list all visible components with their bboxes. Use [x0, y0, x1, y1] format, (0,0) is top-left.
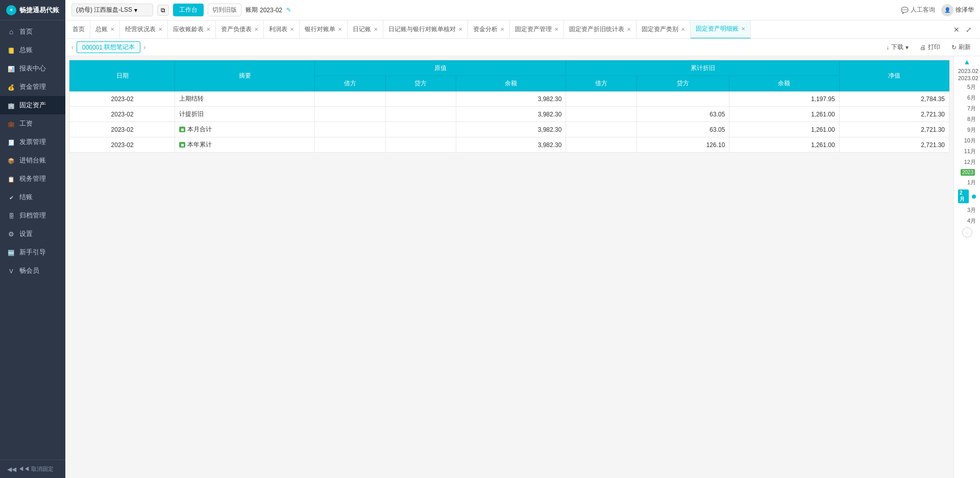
tab-close-9[interactable]: ✕: [500, 27, 504, 32]
year-badge-cyan: 2月: [958, 189, 969, 203]
tab-close-3[interactable]: ✕: [206, 27, 210, 32]
timeline-month-6[interactable]: 11月: [954, 146, 980, 157]
tab-3[interactable]: 应收账龄表✕: [168, 20, 216, 39]
tab-label-10: 固定资产管理: [515, 25, 552, 34]
tab-8[interactable]: 日记账与银行对账单核对✕: [383, 20, 468, 39]
tab-0[interactable]: 首页: [67, 20, 90, 39]
tab-close-all-button[interactable]: ✕: [951, 25, 962, 35]
timeline-month-9[interactable]: 1月: [954, 177, 980, 188]
timeline-month-0[interactable]: 5月: [954, 82, 980, 92]
tab-1[interactable]: 总账✕: [90, 20, 120, 39]
refresh-label: 刷新: [959, 43, 971, 52]
refresh-button[interactable]: ↻ 刷新: [948, 41, 974, 53]
tab-11[interactable]: 固定资产折旧统计表✕: [564, 20, 636, 39]
timeline-month-12[interactable]: 4月: [954, 216, 980, 226]
tab-label-2: 经营状况表: [125, 25, 156, 34]
sidebar-item-home[interactable]: 首页: [0, 22, 65, 41]
sidebar-item-member[interactable]: 畅会员: [0, 261, 65, 280]
sidebar-item-trade[interactable]: 进销台账: [0, 151, 65, 170]
print-button[interactable]: 🖨 打印: [917, 41, 943, 53]
tab-close-7[interactable]: ✕: [374, 27, 378, 32]
tab-label-4: 资产负债表: [221, 25, 252, 34]
tab-close-5[interactable]: ✕: [290, 27, 294, 32]
month-label-4: 9月: [967, 126, 976, 134]
timeline-up-arrow[interactable]: ▲: [964, 58, 971, 65]
cell-orig-balance-0: 3,982.30: [456, 91, 566, 107]
tab-label-0: 首页: [72, 25, 85, 34]
tab-close-11[interactable]: ✕: [627, 27, 631, 32]
timeline-month-10[interactable]: 2月: [954, 188, 980, 205]
download-button[interactable]: ↓ 下载 ▾: [883, 41, 912, 53]
tab-label-12: 固定资产类别: [642, 25, 678, 34]
sidebar-item-settings[interactable]: 设置: [0, 225, 65, 243]
main-content: (劝母) 江西服盘-LSS ▾ ⧉ 工作台 切到旧版 账期 2023-02 ✎ …: [65, 0, 980, 478]
tab-10[interactable]: 固定资产管理✕: [510, 20, 564, 39]
sidebar-item-ledger[interactable]: 总账: [0, 41, 65, 59]
sidebar-footer-toggle[interactable]: ◀◀ ◀◀ 取消固定: [0, 460, 65, 478]
refresh-icon: ↻: [951, 44, 957, 51]
tab-close-4[interactable]: ✕: [254, 27, 258, 32]
service-label: 人工客询: [911, 6, 935, 14]
tab-close-10[interactable]: ✕: [554, 27, 558, 32]
timeline-month-7[interactable]: 12月: [954, 157, 980, 168]
period-label: 账期: [246, 6, 258, 14]
tab-close-6[interactable]: ✕: [338, 27, 342, 32]
tab-close-2[interactable]: ✕: [158, 27, 162, 32]
timeline-month-5[interactable]: 10月: [954, 135, 980, 146]
sidebar-item-label-wage: 工资: [19, 119, 33, 128]
timeline-month-8[interactable]: 2023: [954, 168, 980, 177]
tabbar: 首页总账✕经营状况表✕应收账龄表✕资产负债表✕利润表✕银行对账单✕日记账✕日记账…: [65, 20, 980, 39]
month-label-1: 6月: [967, 94, 976, 102]
sidebar-item-fund[interactable]: 资金管理: [0, 78, 65, 96]
sidebar-footer-icon: ◀◀: [7, 466, 16, 473]
timeline-expand-circle[interactable]: ○: [962, 227, 972, 237]
sidebar-item-tax[interactable]: 税务管理: [0, 170, 65, 188]
sidebar-item-report[interactable]: 报表中心: [0, 59, 65, 78]
fixed-asset-detail-table: 日期 摘要 原值 累计折旧 净值 借方 贷方 余额 借方 贷方 余额: [69, 60, 949, 153]
period-edit-icon[interactable]: ✎: [286, 7, 291, 13]
tab-close-8[interactable]: ✕: [458, 27, 462, 32]
tab-close-12[interactable]: ✕: [681, 27, 685, 32]
tab-7[interactable]: 日记账✕: [348, 20, 383, 39]
tab-9[interactable]: 资金分析✕: [468, 20, 510, 39]
user-menu-button[interactable]: 👤 徐泽华: [941, 4, 974, 16]
timeline-month-1[interactable]: 6月: [954, 92, 980, 103]
workbench-button[interactable]: 工作台: [173, 4, 204, 16]
tab-restore-button[interactable]: ⤢: [964, 25, 974, 35]
tab-5[interactable]: 利润表✕: [264, 20, 300, 39]
cell-net-value-0: 2,784.35: [839, 91, 949, 107]
customer-service-button[interactable]: 💬 人工客询: [901, 6, 935, 14]
cell-dep-debit-1: [566, 107, 637, 122]
sidebar-item-invoice[interactable]: 发票管理: [0, 133, 65, 151]
tab-6[interactable]: 银行对账单✕: [300, 20, 348, 39]
tab-close-1[interactable]: ✕: [110, 27, 114, 32]
timeline-month-4[interactable]: 9月: [954, 125, 980, 135]
sidebar-logo: ✦ 畅捷通易代账: [0, 0, 65, 20]
asset-item-tab[interactable]: 000001 联想笔记本: [77, 41, 140, 53]
sidebar-item-close[interactable]: 结账: [0, 188, 65, 206]
tab-close-13[interactable]: ✕: [741, 26, 745, 32]
month-label-7: 12月: [964, 158, 976, 166]
company-selector[interactable]: (劝母) 江西服盘-LSS ▾: [71, 4, 153, 16]
sidebar-item-guide[interactable]: 新手引导: [0, 243, 65, 261]
sidebar-item-wage[interactable]: 工资: [0, 114, 65, 133]
sidebar-item-archive[interactable]: 归档管理: [0, 206, 65, 225]
archive-icon: [7, 211, 15, 220]
switch-version-button[interactable]: 切到旧版: [208, 4, 241, 16]
tab-4[interactable]: 资产负债表✕: [216, 20, 264, 39]
timeline-month-2[interactable]: 7月: [954, 103, 980, 114]
asset-name: 联想笔记本: [104, 43, 135, 52]
timeline-month-3[interactable]: 8月: [954, 114, 980, 125]
tab-label-8: 日记账与银行对账单核对: [388, 25, 456, 34]
tab-12[interactable]: 固定资产类别✕: [636, 20, 691, 39]
tab-13[interactable]: 固定资产明细账✕: [691, 20, 751, 39]
tab-2[interactable]: 经营状况表✕: [120, 20, 168, 39]
copy-company-button[interactable]: ⧉: [157, 5, 169, 16]
subnav-prev-arrow[interactable]: ‹: [71, 44, 74, 51]
sidebar-item-asset[interactable]: 固定资产: [0, 96, 65, 114]
cell-dep-balance-2: 1,261.00: [729, 122, 839, 137]
subnav-next-arrow[interactable]: ›: [143, 44, 145, 51]
company-name: (劝母) 江西服盘-LSS: [76, 6, 132, 14]
timeline-month-11[interactable]: 3月: [954, 205, 980, 216]
cell-orig-debit-2: [315, 122, 386, 137]
